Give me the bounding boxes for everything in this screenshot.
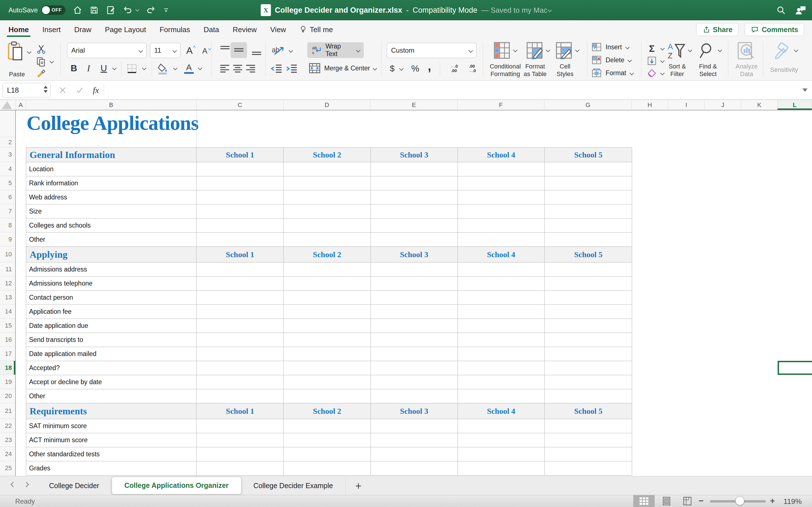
copy-button[interactable]	[36, 56, 46, 67]
conditional-formatting-button[interactable]	[493, 41, 511, 60]
column-header-H[interactable]: H	[631, 100, 668, 110]
row-header-9[interactable]: 9	[0, 232, 15, 246]
school-header-cell[interactable]: School 2	[284, 403, 371, 419]
row-header-17[interactable]: 17	[0, 347, 15, 361]
empty-cell[interactable]	[545, 461, 632, 475]
cancel-icon[interactable]	[57, 84, 68, 96]
undo-dropdown-icon[interactable]	[135, 8, 139, 11]
empty-cell[interactable]	[284, 419, 371, 433]
column-header-A[interactable]: A	[16, 100, 26, 110]
percent-format-button[interactable]: %	[409, 62, 422, 75]
empty-cell[interactable]	[458, 333, 545, 347]
align-top-button[interactable]	[219, 45, 231, 55]
row-header-8[interactable]: 8	[0, 218, 15, 232]
row-header-11[interactable]: 11	[0, 262, 15, 276]
select-all-corner[interactable]	[0, 100, 16, 110]
insert-cells-button[interactable]: Insert	[592, 42, 629, 52]
empty-cell[interactable]	[284, 389, 371, 403]
column-header-F[interactable]: F	[458, 100, 545, 110]
sensitivity-dropdown-icon[interactable]	[794, 48, 799, 52]
row-header-10[interactable]: 10	[0, 246, 15, 262]
align-center-button[interactable]	[232, 64, 243, 73]
saved-status[interactable]: — Saved to my Mac	[481, 6, 551, 15]
analyze-data-button[interactable]	[737, 41, 756, 60]
comments-button[interactable]: Comments	[745, 23, 804, 36]
school-header-cell[interactable]: School 2	[284, 148, 371, 162]
school-header-cell[interactable]: School 4	[458, 247, 545, 262]
row-label-cell[interactable]: Other	[26, 233, 197, 246]
empty-cell[interactable]	[371, 433, 458, 447]
row-label-cell[interactable]: Admissions address	[26, 263, 197, 276]
align-right-button[interactable]	[245, 64, 256, 73]
column-header-G[interactable]: G	[545, 100, 631, 110]
sheet-tab-college-applications-organizer[interactable]: College Applications Organizer	[112, 477, 241, 494]
tab-formulas[interactable]: Formulas	[159, 21, 191, 38]
empty-cell[interactable]	[458, 375, 545, 389]
orientation-button[interactable]: ab	[271, 44, 285, 56]
empty-cell[interactable]	[371, 361, 458, 375]
row-label-cell[interactable]: ACT minimum score	[26, 433, 197, 447]
empty-cell[interactable]	[545, 319, 632, 333]
empty-cell[interactable]	[458, 447, 545, 461]
empty-cell[interactable]	[545, 233, 632, 246]
empty-cell[interactable]	[197, 361, 284, 375]
empty-cell[interactable]	[284, 375, 371, 389]
row-header-23[interactable]: 23	[0, 433, 15, 447]
school-header-cell[interactable]: School 1	[197, 247, 284, 262]
format-as-table-dropdown-icon[interactable]	[546, 48, 550, 52]
empty-cell[interactable]	[458, 347, 545, 361]
school-header-cell[interactable]: School 3	[371, 247, 458, 262]
empty-cell[interactable]	[458, 176, 545, 190]
delete-cells-button[interactable]: Delete	[592, 55, 631, 65]
row-header-18[interactable]: 18	[0, 361, 15, 375]
empty-cell[interactable]	[197, 263, 284, 276]
school-header-cell[interactable]: School 5	[545, 247, 632, 262]
empty-cell[interactable]	[284, 333, 371, 347]
paste-button[interactable]	[6, 41, 25, 61]
row-header-25[interactable]: 25	[0, 461, 15, 475]
empty-cell[interactable]	[197, 333, 284, 347]
empty-cell[interactable]	[284, 219, 371, 232]
column-header-B[interactable]: B	[26, 100, 197, 110]
column-header-E[interactable]: E	[370, 100, 458, 110]
conditional-formatting-dropdown-icon[interactable]	[513, 48, 518, 52]
empty-cell[interactable]	[197, 433, 284, 447]
empty-cell[interactable]	[284, 233, 371, 246]
row-label-cell[interactable]: Size	[26, 205, 197, 218]
cell-styles-dropdown-icon[interactable]	[575, 48, 580, 52]
tab-home[interactable]: Home	[8, 21, 29, 38]
paste-dropdown-icon[interactable]	[27, 50, 32, 54]
decrease-indent-button[interactable]	[270, 64, 283, 73]
sort-filter-button[interactable]: AZ	[667, 42, 685, 60]
decrease-decimal-button[interactable]: ←.0.00	[446, 62, 462, 74]
row-label-cell[interactable]: Send transcripts to	[26, 333, 197, 347]
format-as-table-button[interactable]	[525, 41, 544, 60]
empty-cell[interactable]	[197, 389, 284, 403]
empty-cell[interactable]	[197, 219, 284, 232]
comma-format-button[interactable]: ,	[425, 60, 434, 73]
row-header-15[interactable]: 15	[0, 319, 15, 333]
zoom-slider-thumb[interactable]	[735, 496, 744, 505]
search-icon[interactable]	[776, 5, 786, 15]
merge-center-button[interactable]: Merge & Center	[308, 62, 376, 74]
align-bottom-button[interactable]	[251, 46, 262, 56]
empty-cell[interactable]	[371, 162, 458, 176]
currency-dropdown-icon[interactable]	[399, 66, 404, 71]
row-label-cell[interactable]: Application fee	[26, 305, 197, 319]
empty-cell[interactable]	[371, 305, 458, 319]
row-header-22[interactable]: 22	[0, 419, 15, 433]
font-name-select[interactable]: Arial	[67, 43, 147, 58]
empty-cell[interactable]	[371, 277, 458, 290]
selected-cell-L18[interactable]	[777, 361, 812, 375]
formula-bar-expand-icon[interactable]	[802, 89, 808, 92]
font-color-button[interactable]: A	[183, 62, 195, 75]
section-title-cell[interactable]: General Information	[26, 148, 197, 162]
fill-color-dropdown-icon[interactable]	[173, 66, 177, 70]
increase-font-size-button[interactable]: A^	[184, 43, 198, 57]
tab-tell-me[interactable]: Tell me	[299, 21, 333, 38]
empty-cell[interactable]	[458, 277, 545, 290]
row-label-cell[interactable]: Grades	[26, 461, 197, 475]
column-header-C[interactable]: C	[197, 100, 284, 110]
sensitivity-button[interactable]	[773, 42, 790, 59]
font-size-select[interactable]: 11	[150, 43, 181, 58]
